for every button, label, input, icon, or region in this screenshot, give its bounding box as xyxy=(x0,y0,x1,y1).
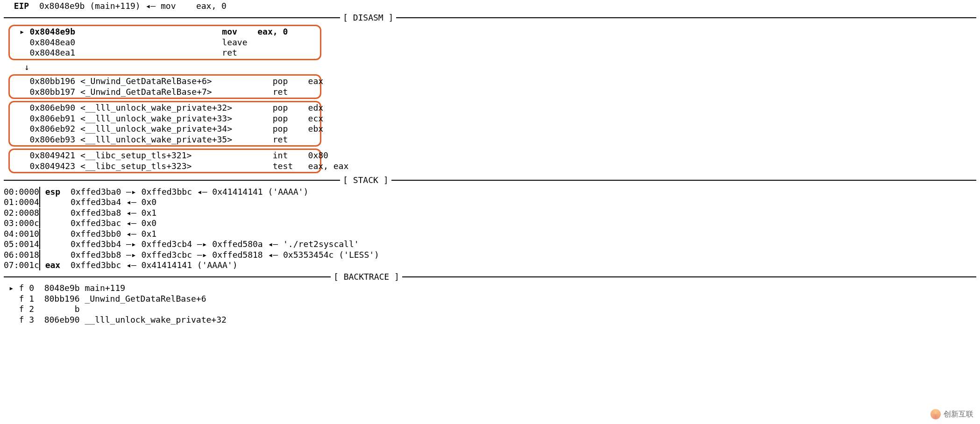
disasm-symbol xyxy=(80,37,222,47)
disasm-mnemonic: pop xyxy=(273,124,308,134)
disasm-symbol: <__lll_unlock_wake_private+34> xyxy=(80,124,273,134)
disasm-symbol: <__lll_unlock_wake_private+33> xyxy=(80,113,273,123)
backtrace-text: f 3 806eb90 __lll_unlock_wake_private+32 xyxy=(19,315,227,325)
section-divider-stack: [ STACK ] xyxy=(4,175,976,186)
stack-index: 05:0014 xyxy=(4,239,39,250)
disasm-mnemonic: int xyxy=(273,150,308,160)
eip-label: EIP xyxy=(14,1,29,11)
stack-index: 03:000c xyxy=(4,218,39,229)
stack-register xyxy=(40,218,65,229)
disasm-mnemonic: pop xyxy=(273,103,308,113)
disasm-line: 0x8048ea1 ret xyxy=(14,48,315,58)
backtrace-frame: f 2 b xyxy=(4,304,976,315)
stack-row: 03:000c 0xffed3bac ◂— 0x0 xyxy=(4,218,976,229)
disasm-line: 0x8049423 <__libc_setup_tls+323> test ea… xyxy=(14,161,315,172)
section-label-backtrace: [ BACKTRACE ] xyxy=(331,272,402,283)
disasm-mnemonic: pop xyxy=(273,113,308,123)
stack-register xyxy=(40,229,65,240)
disasm-symbol: <_Unwind_GetDataRelBase+7> xyxy=(80,87,273,97)
eip-address: 0x8048e9b xyxy=(39,1,85,11)
stack-chain: 0xffed3bb8 —▸ 0xffed3cbc —▸ 0xffed5818 ◂… xyxy=(65,250,379,261)
disasm-line: 0x806eb91 <__lll_unlock_wake_private+33>… xyxy=(14,113,315,124)
stack-chain: 0xffed3bac ◂— 0x0 xyxy=(65,218,156,229)
disasm-line: 0x80bb197 <_Unwind_GetDataRelBase+7> ret xyxy=(14,87,315,98)
disasm-group: 0x8049421 <__libc_setup_tls+321> int 0x8… xyxy=(8,148,321,173)
disasm-line: 0x8048ea0 leave xyxy=(14,37,315,48)
rule-left xyxy=(4,180,340,181)
disasm-line: ▸ 0x8048e9b mov eax, 0 xyxy=(14,27,315,37)
disasm-address: 0x8048e9b xyxy=(30,27,76,36)
stack-register xyxy=(40,239,65,250)
disasm-address: 0x806eb91 xyxy=(30,113,76,123)
disasm-symbol xyxy=(80,27,222,36)
disasm-operands: ecx xyxy=(308,113,324,123)
disasm-mnemonic: leave xyxy=(222,37,257,47)
stack-register: eax xyxy=(40,260,65,271)
disasm-address: 0x806eb92 xyxy=(30,124,76,134)
stack-register xyxy=(40,208,65,219)
stack-register xyxy=(40,197,65,208)
stack-index: 01:0004 xyxy=(4,197,39,208)
disasm-address: 0x80bb197 xyxy=(30,87,76,97)
stack-chain: 0xffed3bb4 —▸ 0xffed3cb4 —▸ 0xffed580a ◂… xyxy=(65,239,359,250)
eip-mnemonic: mov xyxy=(161,1,176,11)
disasm-line: 0x806eb90 <__lll_unlock_wake_private+32>… xyxy=(14,103,315,113)
stack-register xyxy=(40,250,65,261)
disasm-mnemonic: ret xyxy=(273,134,308,144)
section-divider-backtrace: [ BACKTRACE ] xyxy=(4,272,976,283)
section-divider-disasm: [ DISASM ] xyxy=(4,13,976,23)
stack-register: esp xyxy=(40,187,65,198)
disasm-mnemonic: ret xyxy=(222,48,257,57)
disasm-symbol: <__lll_unlock_wake_private+35> xyxy=(80,134,273,144)
watermark: 创新互联 xyxy=(930,409,973,419)
disasm-mnemonic: test xyxy=(273,161,308,171)
rule-left xyxy=(4,17,340,18)
disasm-mnemonic: pop xyxy=(273,76,308,86)
eip-header: EIP 0x8048e9b (main+119) ◂— mov eax, 0 xyxy=(4,1,976,12)
disasm-address: 0x8049421 xyxy=(30,150,76,160)
section-label-disasm: [ DISASM ] xyxy=(340,13,396,23)
backtrace-frame: ▸ f 0 8048e9b main+119 xyxy=(4,283,976,294)
stack-index: 02:0008 xyxy=(4,208,39,219)
disasm-address: 0x80bb196 xyxy=(30,76,76,86)
disasm-line: 0x80bb196 <_Unwind_GetDataRelBase+6> pop… xyxy=(14,76,315,87)
stack-row: 05:0014 0xffed3bb4 —▸ 0xffed3cb4 —▸ 0xff… xyxy=(4,239,976,250)
disasm-group: 0x806eb90 <__lll_unlock_wake_private+32>… xyxy=(8,101,321,147)
stack-chain: 0xffed3bbc ◂— 0x41414141 ('AAAA') xyxy=(65,260,237,271)
disasm-operands: 0x80 xyxy=(308,150,328,160)
flow-arrow-down-icon: ↓ xyxy=(4,62,976,73)
rule-left xyxy=(4,276,331,277)
stack-container: 00:0000 esp 0xffed3ba0 —▸ 0xffed3bbc ◂— … xyxy=(4,187,976,271)
disasm-address: 0x8048ea1 xyxy=(30,48,76,57)
disasm-symbol: <__libc_setup_tls+321> xyxy=(80,150,273,160)
stack-index: 06:0018 xyxy=(4,250,39,261)
eip-symbol: (main+119) xyxy=(90,1,140,11)
backtrace-text: f 0 8048e9b main+119 xyxy=(19,283,126,293)
backtrace-frame: f 3 806eb90 __lll_unlock_wake_private+32 xyxy=(4,315,976,325)
section-label-stack: [ STACK ] xyxy=(340,175,391,186)
stack-index: 00:0000 xyxy=(4,187,39,198)
stack-chain: 0xffed3ba8 ◂— 0x1 xyxy=(65,208,156,219)
stack-row: 07:001c eax 0xffed3bbc ◂— 0x41414141 ('A… xyxy=(4,260,976,271)
disasm-group: ▸ 0x8048e9b mov eax, 0 0x8048ea0 leave 0… xyxy=(8,25,321,60)
disasm-symbol xyxy=(80,48,222,57)
disasm-operands: eax xyxy=(308,76,324,86)
stack-row: 02:0008 0xffed3ba8 ◂— 0x1 xyxy=(4,208,976,219)
rule-right xyxy=(396,17,976,18)
stack-row: 00:0000 esp 0xffed3ba0 —▸ 0xffed3bbc ◂— … xyxy=(4,187,976,198)
disasm-address: 0x8048ea0 xyxy=(30,37,76,47)
disasm-address: 0x806eb93 xyxy=(30,134,76,144)
stack-row: 06:0018 0xffed3bb8 —▸ 0xffed3cbc —▸ 0xff… xyxy=(4,250,976,261)
disasm-operands: eax, eax xyxy=(308,161,349,171)
disasm-operands: edx xyxy=(308,103,324,113)
disasm-line: 0x806eb92 <__lll_unlock_wake_private+34>… xyxy=(14,124,315,134)
disasm-address: 0x806eb90 xyxy=(30,103,76,113)
rule-right xyxy=(391,180,976,181)
disasm-container: ▸ 0x8048e9b mov eax, 0 0x8048ea0 leave 0… xyxy=(4,25,976,173)
rule-right xyxy=(402,276,976,277)
eip-operands: eax, 0 xyxy=(196,1,227,11)
disasm-operands: ebx xyxy=(308,124,324,134)
disasm-line: 0x806eb93 <__lll_unlock_wake_private+35>… xyxy=(14,134,315,145)
stack-row: 04:0010 0xffed3bb0 ◂— 0x1 xyxy=(4,229,976,240)
disasm-mnemonic: ret xyxy=(273,87,308,97)
